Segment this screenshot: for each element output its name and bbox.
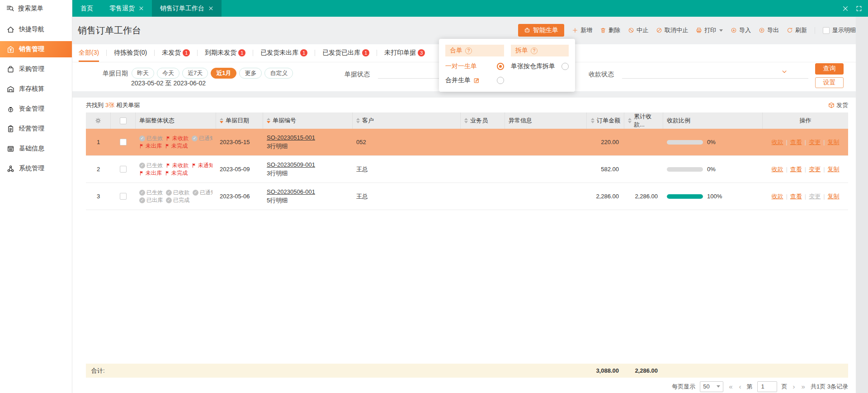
first-page-button[interactable]: « [728, 383, 733, 390]
row-action[interactable]: 复制 [828, 138, 840, 146]
per-page-select[interactable]: 50 [700, 381, 723, 392]
column-header[interactable] [111, 112, 136, 129]
date-range-chip[interactable]: 昨天 [132, 68, 154, 79]
toolbar-button[interactable]: 新增 [572, 26, 592, 34]
row-action[interactable]: 查看 [790, 165, 802, 173]
topbar-tab[interactable]: 零售退货 [101, 0, 152, 17]
chevron-down-icon[interactable] [781, 69, 788, 75]
radio-button[interactable] [561, 63, 569, 70]
column-header[interactable]: 单据编号 [263, 112, 353, 129]
column-header[interactable]: 订单金额 [587, 112, 624, 129]
settings-button[interactable]: 设置 [815, 77, 844, 88]
show-detail-checkbox[interactable] [823, 27, 830, 34]
column-header[interactable] [86, 112, 111, 129]
next-page-button[interactable]: › [792, 383, 796, 390]
order-number-link[interactable]: SO-20230509-001 [267, 161, 315, 168]
row-action[interactable]: 变更 [809, 165, 821, 173]
table-row[interactable]: 3 ✓已生效✓已收款✓已通知 ✓已出库✓已完成 2023-05-06 SO-20… [86, 183, 848, 210]
toolbar-button[interactable]: 删除 [600, 26, 620, 34]
row-action[interactable]: 收款 [771, 165, 783, 173]
select-all-checkbox[interactable] [120, 117, 127, 124]
row-checkbox[interactable] [120, 139, 127, 145]
prev-page-button[interactable]: ‹ [738, 383, 742, 390]
query-button[interactable]: 查询 [815, 63, 844, 75]
order-number-link[interactable]: SO-20230515-001 [267, 134, 315, 141]
sidebar-item-bag[interactable]: 采购管理 [0, 59, 72, 79]
date-range-value[interactable]: 2023-05-02 至 2023-06-02 [131, 80, 206, 88]
sort-icon[interactable] [591, 118, 594, 123]
row-checkbox[interactable] [120, 193, 127, 200]
row-checkbox[interactable] [120, 166, 127, 173]
row-action[interactable]: 查看 [790, 138, 802, 146]
payment-status-input[interactable] [622, 69, 808, 79]
row-action[interactable]: 收款 [771, 138, 783, 146]
status-filter-tab[interactable]: 已发货未出库 1 [260, 44, 307, 62]
radio-button[interactable] [497, 77, 504, 84]
column-header[interactable]: 客户 [353, 112, 461, 129]
generate-option[interactable]: 一对一生单 [445, 62, 504, 70]
close-icon[interactable] [842, 5, 849, 12]
row-action[interactable]: 变更 [809, 192, 821, 201]
sort-icon[interactable] [220, 118, 223, 123]
column-header[interactable]: 异常信息 [505, 112, 587, 129]
status-filter-tab[interactable]: 到期未发货 1 [205, 44, 245, 62]
show-detail-toggle[interactable]: 显示明细 [823, 26, 856, 34]
tab-close-icon[interactable] [208, 6, 213, 11]
topbar-tab[interactable]: 首页 [72, 0, 101, 17]
status-filter-tab[interactable]: 未发货 1 [162, 44, 190, 62]
expand-icon[interactable] [856, 5, 862, 12]
sidebar-item-clipboard[interactable]: 经营管理 [0, 119, 72, 139]
sidebar-item-warehouse[interactable]: 库存核算 [0, 79, 72, 99]
row-action[interactable]: 复制 [828, 165, 840, 173]
sidebar-search-menu[interactable]: 搜索菜单 [0, 0, 72, 17]
edit-icon[interactable] [473, 77, 480, 84]
topbar-tab[interactable]: 销售订单工作台 [152, 0, 222, 17]
date-range-chip[interactable]: 近7天 [182, 68, 208, 79]
row-action[interactable]: 查看 [790, 192, 802, 201]
date-range-chip[interactable]: 近1月 [211, 68, 236, 79]
page-input[interactable]: 1 [757, 381, 777, 392]
sort-icon[interactable] [267, 118, 270, 123]
column-header[interactable]: 业务员 [461, 112, 505, 129]
column-header[interactable]: 单据日期 [216, 112, 263, 129]
sort-icon[interactable] [464, 118, 468, 123]
sidebar-item-money[interactable]: 资金管理 [0, 99, 72, 119]
sort-icon[interactable] [628, 118, 632, 123]
row-action[interactable]: 收款 [771, 192, 783, 201]
scrollbar-gutter[interactable] [856, 17, 868, 393]
status-filter-tab[interactable]: 待拣验货(0) [114, 44, 147, 62]
date-range-chip[interactable]: 自定义 [264, 68, 293, 79]
column-header[interactable]: 操作 [763, 112, 848, 129]
order-number-link[interactable]: SO-20230506-001 [267, 188, 315, 195]
help-icon[interactable]: ? [465, 47, 472, 54]
column-header[interactable]: 单据整体状态 [136, 112, 216, 129]
help-icon[interactable]: ? [531, 47, 538, 54]
status-filter-tab[interactable]: 已发货已出库 1 [322, 44, 369, 62]
date-range-chip[interactable]: 今天 [157, 68, 179, 79]
last-page-button[interactable]: » [801, 383, 806, 390]
toolbar-button[interactable]: 取消中止 [656, 26, 688, 34]
toolbar-button[interactable]: 中止 [628, 26, 648, 34]
status-filter-tab[interactable]: 未打印单据 3 [384, 44, 425, 62]
sidebar-item-doc[interactable]: 基础信息 [0, 139, 72, 159]
toolbar-button[interactable]: 刷新 [787, 26, 807, 34]
radio-button[interactable] [497, 63, 504, 70]
sidebar-item-home[interactable]: 快捷导航 [0, 19, 72, 39]
sidebar-item-sys[interactable]: 系统管理 [0, 159, 72, 178]
table-row[interactable]: 2 ✓已生效未收款未通知 未出库未完成 2023-05-09 SO-202305… [86, 156, 848, 183]
generate-option[interactable]: 单张按仓库拆单 [511, 62, 569, 70]
toolbar-button[interactable]: 导出 [759, 26, 779, 34]
row-action[interactable]: 变更 [809, 138, 821, 146]
gear-icon[interactable] [95, 117, 101, 124]
smart-generate-button[interactable]: 智能生单 [518, 24, 564, 37]
row-action[interactable]: 复制 [828, 192, 840, 201]
column-header[interactable]: 累计收款... [624, 112, 663, 129]
toolbar-button[interactable]: 导入 [731, 26, 751, 34]
date-range-chip[interactable]: 更多 [239, 68, 262, 79]
tab-close-icon[interactable] [139, 6, 144, 11]
ship-link[interactable]: 发货 [828, 101, 848, 109]
toolbar-button[interactable]: 打印 [696, 26, 723, 34]
sort-icon[interactable] [356, 118, 360, 123]
generate-option[interactable]: 合并生单 [445, 76, 504, 84]
sidebar-item-sale[interactable]: 销售管理 [0, 41, 72, 57]
